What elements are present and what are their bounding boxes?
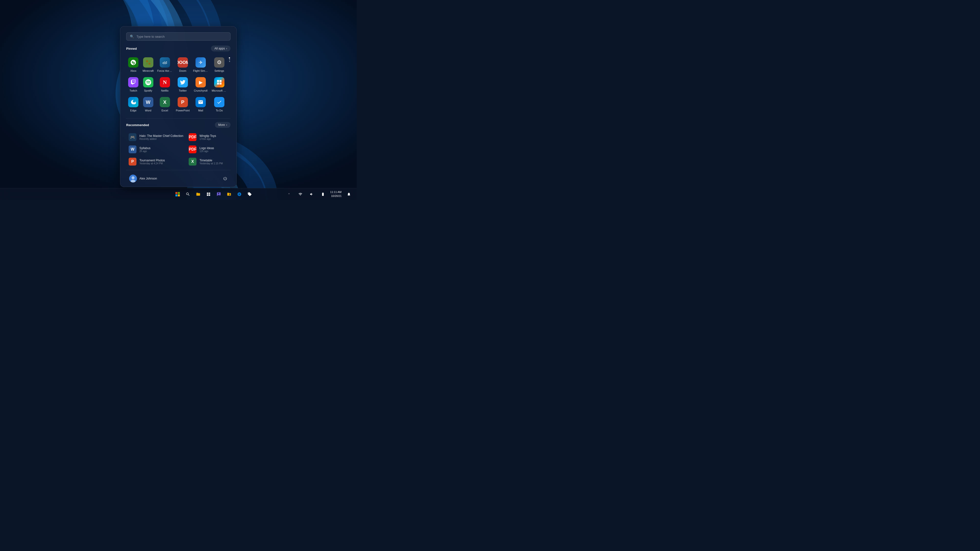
powerpoint-label: PowerPoint	[176, 109, 189, 112]
halo-info: Halo: The Master Chief Collection Recent…	[139, 134, 183, 140]
taskbar-teams[interactable]	[214, 189, 224, 199]
more-button[interactable]: More ›	[215, 122, 231, 128]
app-mail[interactable]: Mail	[192, 95, 210, 114]
wingtip-icon: PDF	[189, 133, 196, 141]
mail-icon	[196, 97, 206, 107]
all-apps-button[interactable]: All apps ›	[211, 46, 231, 51]
taskbar-file-manager[interactable]	[224, 189, 234, 199]
syllabus-icon: W	[129, 146, 137, 153]
app-spotify[interactable]: Spotify	[141, 75, 155, 94]
settings-label: Settings	[215, 69, 224, 72]
volume-icon[interactable]	[307, 189, 317, 199]
page-dot-3	[229, 61, 230, 62]
rec-logoideas[interactable]: PDF Logo Ideas 12h ago	[186, 143, 231, 155]
forza-icon: 🏎	[160, 57, 170, 68]
logoideas-icon: PDF	[189, 146, 196, 153]
pinned-apps-grid: Xbox Minecraft 🏎 Forza Horizon 4 DOOM Do…	[126, 55, 228, 114]
app-powerpoint[interactable]: P PowerPoint	[175, 95, 191, 114]
forza-label: Forza Horizon 4	[157, 69, 172, 72]
battery-icon[interactable]	[318, 189, 328, 199]
msstore-icon	[214, 77, 224, 87]
app-word[interactable]: W Word	[141, 95, 155, 114]
app-minecraft[interactable]: Minecraft	[141, 55, 155, 74]
wingtip-time: 17min ago	[199, 138, 216, 140]
rec-tournament[interactable]: P Tournament Photos Yesterday at 4:24 PM	[126, 156, 186, 167]
app-twitter[interactable]: Twitter	[175, 75, 191, 94]
page-dot-1	[229, 57, 230, 59]
wingtip-name: Wingtip Toys	[199, 134, 216, 138]
rec-wingtip[interactable]: PDF Wingtip Toys 17min ago	[186, 131, 231, 143]
search-bar[interactable]: 🔍 Type here to search	[126, 32, 231, 41]
twitter-icon	[178, 77, 188, 87]
app-forza[interactable]: 🏎 Forza Horizon 4	[156, 55, 174, 74]
taskbar-right: ^ 11:11 AM 10/20/21	[284, 189, 357, 199]
pinned-title: Pinned	[126, 47, 137, 51]
user-profile[interactable]: Alex Johnson	[127, 173, 159, 184]
crunchyroll-label: Crunchyroll	[194, 89, 207, 92]
timetable-name: Timetable	[199, 159, 223, 162]
tournament-icon: P	[129, 158, 137, 165]
chevron-right-icon: ›	[226, 47, 227, 50]
app-excel[interactable]: X Excel	[156, 95, 174, 114]
flightsim-label: Flight Simulator	[193, 69, 208, 72]
app-edge[interactable]: Edge	[126, 95, 140, 114]
app-todo[interactable]: To Do	[210, 95, 228, 114]
recommended-grid: 🎮 Halo: The Master Chief Collection Rece…	[126, 131, 231, 167]
rec-syllabus[interactable]: W Syllabus 2h ago	[126, 143, 186, 155]
rec-timetable[interactable]: X Timetable Yesterday at 1:15 PM	[186, 156, 231, 167]
app-netflix[interactable]: N Netflix	[156, 75, 174, 94]
tournament-name: Tournament Photos	[139, 159, 165, 162]
taskbar: ^ 11:11 AM 10/20/21	[0, 188, 357, 200]
taskbar-widgets[interactable]	[204, 189, 213, 199]
powerpoint-icon: P	[178, 97, 188, 107]
page-dot-2	[229, 59, 230, 60]
power-button[interactable]	[221, 174, 229, 183]
pinned-section-header: Pinned All apps ›	[126, 46, 231, 51]
taskbar-icons	[141, 189, 284, 199]
app-doom[interactable]: DOOM Doom	[175, 55, 191, 74]
wingtip-info: Wingtip Toys 17min ago	[199, 134, 216, 140]
recommended-title: Recommended	[126, 123, 149, 127]
svg-rect-4	[148, 63, 150, 65]
start-button[interactable]	[173, 189, 183, 199]
app-settings[interactable]: ⚙ Settings	[210, 55, 228, 74]
taskbar-search[interactable]	[183, 189, 193, 199]
msstore-label: Microsoft Store	[212, 89, 227, 92]
halo-icon: 🎮	[129, 133, 137, 141]
clock[interactable]: 11:11 AM 10/20/21	[329, 189, 343, 199]
show-hidden-icons[interactable]: ^	[284, 189, 294, 199]
taskbar-file-explorer[interactable]	[193, 189, 203, 199]
taskbar-store[interactable]	[245, 189, 255, 199]
page-indicator	[228, 55, 231, 64]
rec-halo[interactable]: 🎮 Halo: The Master Chief Collection Rece…	[126, 131, 186, 143]
svg-rect-8	[207, 192, 208, 194]
halo-time: Recently added	[139, 138, 183, 140]
start-menu-bottom: Alex Johnson	[126, 170, 231, 187]
excel-label: Excel	[161, 109, 168, 112]
svg-rect-1	[146, 60, 148, 62]
app-flightsim[interactable]: ✈ Flight Simulator	[192, 55, 210, 74]
notification-button[interactable]	[344, 189, 354, 199]
tournament-time: Yesterday at 4:24 PM	[139, 162, 165, 165]
twitch-label: Twitch	[130, 89, 137, 92]
search-icon: 🔍	[130, 35, 134, 38]
doom-label: Doom	[179, 69, 186, 72]
spotify-label: Spotify	[144, 89, 153, 92]
doom-icon: DOOM	[178, 57, 188, 68]
start-menu: 🔍 Type here to search Pinned All apps › …	[120, 26, 237, 187]
crunchyroll-icon: ▶	[196, 77, 206, 87]
wifi-icon[interactable]	[296, 189, 305, 199]
chevron-right-icon-rec: ›	[226, 123, 227, 127]
timetable-time: Yesterday at 1:15 PM	[199, 162, 223, 165]
word-label: Word	[145, 109, 151, 112]
settings-icon: ⚙	[214, 57, 224, 68]
app-crunchyroll[interactable]: ▶ Crunchyroll	[192, 75, 210, 94]
timetable-info: Timetable Yesterday at 1:15 PM	[199, 159, 223, 165]
netflix-icon: N	[160, 77, 170, 87]
app-msstore[interactable]: Microsoft Store	[210, 75, 228, 94]
edge-icon	[128, 97, 138, 107]
halo-name: Halo: The Master Chief Collection	[139, 134, 183, 138]
taskbar-edge[interactable]	[234, 189, 244, 199]
app-xbox[interactable]: Xbox	[126, 55, 140, 74]
app-twitch[interactable]: Twitch	[126, 75, 140, 94]
